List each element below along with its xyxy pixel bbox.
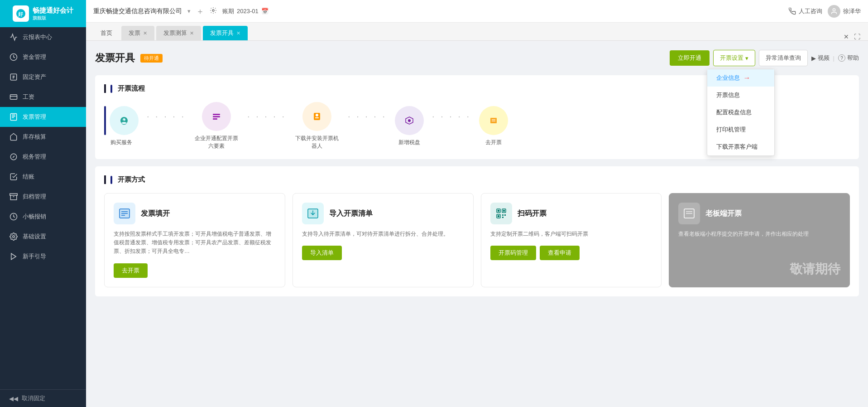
svg-rect-4 (10, 95, 17, 100)
step4-label: 新增税盘 (398, 139, 420, 146)
sidebar-item-zijin[interactable]: 资金管理 (0, 47, 86, 67)
svg-rect-7 (10, 194, 18, 195)
period-value: 2023-01 (237, 8, 259, 15)
header-settings-btn[interactable] (210, 7, 217, 15)
open-now-btn[interactable]: 立即开通 (670, 50, 710, 66)
dropdown-item-qiyexinxi-label: 企业信息 (716, 74, 740, 82)
sidebar-item-gongzi[interactable]: 工资 (0, 87, 86, 107)
help-btn[interactable]: ? 帮助 (838, 54, 859, 62)
settings-dropdown-menu: 企业信息 → 开票信息 配置税盘信息 打印机管理 下 (707, 69, 775, 156)
boss-card-header: 老板端开票 (678, 203, 840, 224)
step5-icon (479, 106, 508, 135)
sidebar-item-jiezhang[interactable]: 结账 (0, 167, 86, 187)
connector-4: · · · · · (424, 111, 479, 131)
maximize-window-btn[interactable]: ⛶ (854, 33, 861, 40)
sidebar-item-gudingzichan[interactable]: 固定资产 (0, 67, 86, 87)
dropdown-item-xiazaikehuduan[interactable]: 下载开票客户端 (707, 138, 774, 155)
invoice-settings-btn[interactable]: 开票设置 ▾ (713, 50, 755, 66)
view-apply-btn[interactable]: 查看申请 (540, 246, 580, 260)
sidebar-item-jichushezhi[interactable]: 基础设置 (0, 227, 86, 247)
tab-home[interactable]: 首页 (93, 26, 120, 40)
sidebar-item-shuiwu-label: 税务管理 (23, 153, 46, 161)
user-menu[interactable]: 徐泽华 (828, 5, 861, 18)
sidebar-item-kucun-label: 库存核算 (23, 133, 46, 141)
import-desc: 支持导入待开票清单，可对待开票清单进行拆分、合并处理。 (302, 230, 464, 238)
import-footer: 导入清单 (302, 246, 464, 260)
company-dropdown-btn[interactable]: ▾ (187, 8, 191, 15)
fill-icon (114, 203, 135, 224)
tab-fapiaocesuan-close[interactable]: ✕ (190, 30, 194, 36)
svg-rect-18 (213, 118, 217, 120)
calendar-icon[interactable]: 📅 (261, 8, 269, 15)
step2-icon (202, 102, 231, 131)
step2-label: 企业开通配置开票六要素 (194, 135, 239, 150)
scan-desc: 支持定制开票二维码，客户端可扫码开票 (490, 230, 652, 238)
sidebar-item-xiaochang[interactable]: 小畅报销 (0, 207, 86, 227)
money-icon (9, 53, 18, 62)
app-logo: 好 畅捷通好会计 旗舰版 (0, 0, 86, 27)
sidebar-nav: 云报表中心 资金管理 固定资产 工资 (0, 27, 86, 389)
sidebar-item-xinshouyindao[interactable]: 新手引导 (0, 247, 86, 266)
import-title: 导入开票清单 (329, 209, 373, 218)
step3-label: 下载并安装开票机器人 (294, 135, 340, 150)
dropdown-item-xiazaikehuduan-label: 下载开票客户端 (716, 143, 758, 151)
consult-btn[interactable]: 人工咨询 (789, 7, 822, 15)
sidebar-item-yunbao[interactable]: 云报表中心 (0, 27, 86, 47)
sidebar-item-fapiao[interactable]: 发票管理 (0, 107, 86, 127)
dropdown-item-peizhishuipan[interactable]: 配置税盘信息 (707, 104, 774, 121)
flow-step-4: + 新增税盘 (395, 106, 424, 146)
settle-icon (9, 172, 18, 181)
fill-desc: 支持按照发票样式手工填开发票；可开具增值税电子普通发票、增值税普通发票、增值税专… (114, 230, 276, 256)
dropdown-item-dayinjiguanli-label: 打印机管理 (716, 126, 746, 134)
tab-fapiao[interactable]: 发票 ✕ (121, 26, 154, 40)
sidebar-item-xiaochang-label: 小畅报销 (23, 213, 46, 221)
dropdown-item-peizhishuipan-label: 配置税盘信息 (716, 108, 752, 116)
svg-marker-10 (11, 253, 16, 260)
fill-title: 发票填开 (141, 209, 170, 218)
add-company-btn[interactable]: ＋ (196, 6, 204, 17)
help-icon: ? (838, 54, 845, 62)
svg-text:+: + (122, 118, 125, 123)
svg-point-11 (212, 10, 214, 11)
stock-icon (9, 132, 18, 141)
import-list-btn[interactable]: 导入清单 (302, 246, 342, 260)
flow-step-5: 去开票 (479, 106, 508, 146)
logo-text: 畅捷通好会计 旗舰版 (33, 6, 73, 21)
tab-fapiao-close[interactable]: ✕ (143, 30, 147, 36)
connector-3: · · · · · (340, 111, 395, 131)
scan-icon (490, 203, 512, 224)
sidebar-item-gudingzichan-label: 固定资产 (23, 73, 46, 81)
flow-step-3: 下载并安装开票机器人 (294, 102, 340, 150)
tab-fapiaocesuan[interactable]: 发票测算 ✕ (156, 26, 201, 40)
title-bar-decoration (110, 85, 112, 93)
sidebar-item-kucun[interactable]: 库存核算 (0, 127, 86, 147)
sidebar-item-shuiwu[interactable]: 税务管理 (0, 147, 86, 167)
sidebar-item-guidang[interactable]: 归档管理 (0, 187, 86, 207)
play-icon: ▶ (811, 55, 816, 62)
boss-title: 老板端开票 (705, 209, 742, 218)
svg-point-12 (833, 9, 835, 11)
svg-text:好: 好 (18, 11, 24, 17)
methods-section-title: 开票方式 (104, 175, 850, 184)
qr-manage-btn[interactable]: 开票码管理 (490, 246, 536, 260)
red-arrow-icon: → (743, 74, 751, 82)
title-bar-decoration2 (110, 176, 112, 184)
video-btn[interactable]: ▶ 视频 (811, 54, 830, 62)
tab-fapiaokaiju-close[interactable]: ✕ (236, 30, 240, 36)
boss-overlay-text: 敬请期待 (790, 261, 840, 278)
period-display: 账期 2023-01 📅 (222, 7, 269, 15)
sidebar-bottom-unpin[interactable]: ◀◀ 取消固定 (0, 389, 86, 407)
unpin-icon: ◀◀ (9, 395, 18, 402)
svg-point-9 (13, 236, 15, 238)
close-window-btn[interactable]: ✕ (843, 33, 850, 40)
dropdown-item-qiyexinxi[interactable]: 企业信息 → (707, 69, 774, 87)
dropdown-item-kaipiaoxinxi[interactable]: 开票信息 (707, 87, 774, 104)
dropdown-item-dayinjiguanli[interactable]: 打印机管理 (707, 121, 774, 138)
user-name: 徐泽华 (843, 7, 861, 15)
tab-fapiaokaiju[interactable]: 发票开具 ✕ (203, 26, 248, 40)
abnormal-list-btn[interactable]: 异常清单查询 (759, 50, 808, 66)
svg-text:+: + (408, 119, 411, 124)
step1-label: 购买服务 (110, 139, 132, 146)
tab-fapiaokaiju-label: 发票开具 (210, 29, 234, 37)
fill-invoice-btn[interactable]: 去开票 (114, 263, 148, 278)
